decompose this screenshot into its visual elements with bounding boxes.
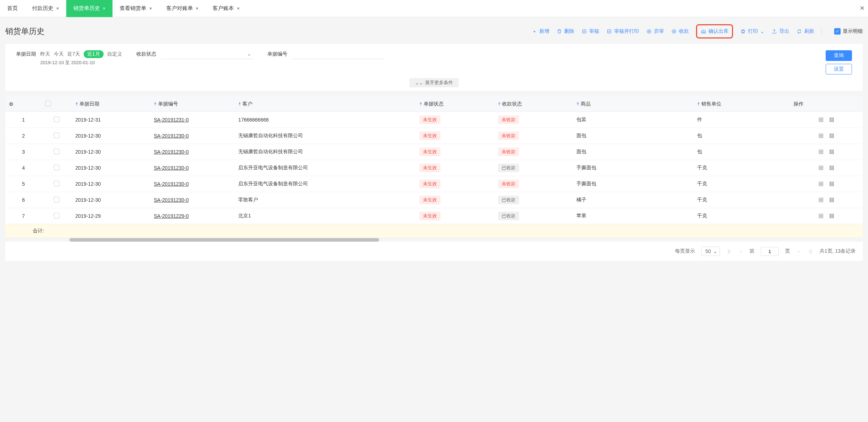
close-icon[interactable]: × bbox=[56, 6, 59, 11]
audit-button[interactable]: 审核 bbox=[581, 28, 599, 35]
tab-home[interactable]: 首页 bbox=[0, 0, 25, 17]
view-icon[interactable] bbox=[818, 181, 824, 187]
col-paystatus-header[interactable]: ▲▼收款状态 bbox=[495, 96, 573, 112]
more-icon[interactable] bbox=[828, 165, 835, 171]
view-icon[interactable] bbox=[818, 149, 824, 155]
table-row: 72019-12-29SA-20191229-0北京1未生效已收款苹果千克 bbox=[5, 208, 863, 224]
chevron-down-icon: ⌄ bbox=[713, 248, 717, 254]
date-range-text: 2019-12-10 至 2020-01-10 bbox=[40, 60, 122, 66]
receipt-button[interactable]: 收款 bbox=[671, 28, 689, 35]
first-page-button[interactable]: |‹ bbox=[726, 248, 732, 254]
row-index: 3 bbox=[5, 144, 42, 160]
tab-payment-history[interactable]: 付款历史× bbox=[25, 0, 66, 17]
scrollbar-thumb[interactable] bbox=[69, 238, 379, 242]
doc-no-input[interactable] bbox=[292, 50, 384, 59]
doc-no-link[interactable]: SA-20191230-0 bbox=[154, 133, 189, 139]
view-icon[interactable] bbox=[818, 117, 824, 123]
doc-no-link[interactable]: SA-20191230-0 bbox=[154, 197, 189, 203]
more-icon[interactable] bbox=[828, 213, 835, 219]
doc-no-link[interactable]: SA-20191229-0 bbox=[154, 213, 189, 219]
confirm-outbound-button[interactable]: 确认出库 bbox=[696, 24, 733, 38]
cell-unit: 千克 bbox=[694, 208, 790, 224]
col-unit-header[interactable]: ▲▼销售单位 bbox=[694, 96, 790, 112]
svg-point-30 bbox=[820, 183, 822, 185]
more-icon[interactable] bbox=[828, 117, 835, 123]
doc-no-link[interactable]: SA-20191231-0 bbox=[154, 117, 189, 123]
sort-icon: ▲▼ bbox=[419, 102, 422, 106]
select-all-checkbox[interactable] bbox=[45, 101, 51, 106]
cell-customer: 北京1 bbox=[235, 208, 416, 224]
view-icon[interactable] bbox=[818, 213, 824, 219]
gear-icon[interactable]: ⚙ bbox=[9, 101, 14, 107]
view-icon[interactable] bbox=[818, 197, 824, 203]
more-icon[interactable] bbox=[828, 181, 835, 187]
more-icon[interactable] bbox=[828, 133, 835, 139]
last-page-button[interactable]: ›| bbox=[807, 248, 813, 254]
col-docno-header[interactable]: ▲▼单据编号 bbox=[150, 96, 235, 112]
more-icon[interactable] bbox=[828, 197, 835, 203]
table-row: 52019-12-30SA-20191230-0启东升亚电气设备制造有限公司未生… bbox=[5, 176, 863, 192]
more-icon[interactable] bbox=[828, 149, 835, 155]
view-icon[interactable] bbox=[818, 133, 824, 139]
date-pill-yesterday[interactable]: 昨天 bbox=[40, 51, 50, 57]
row-checkbox[interactable] bbox=[54, 117, 59, 122]
date-pill-1month[interactable]: 近1月 bbox=[84, 50, 104, 58]
tab-customer-statement[interactable]: 客户对账单× bbox=[159, 0, 206, 17]
print-button[interactable]: 打印⌄ bbox=[740, 28, 764, 35]
svg-rect-20 bbox=[832, 150, 834, 151]
add-button[interactable]: +新增 bbox=[532, 28, 549, 35]
col-customer-header[interactable]: ▲▼客户 bbox=[235, 96, 416, 112]
chevron-down-icon: ⌄ bbox=[760, 29, 764, 34]
view-icon[interactable] bbox=[818, 165, 824, 171]
date-pill-7days[interactable]: 近7天 bbox=[67, 51, 80, 57]
audit-print-button[interactable]: 审核并打印 bbox=[606, 28, 639, 35]
next-page-button[interactable]: › bbox=[796, 248, 801, 254]
svg-rect-23 bbox=[819, 166, 823, 170]
printer-icon bbox=[740, 29, 746, 34]
row-checkbox[interactable] bbox=[54, 165, 59, 170]
col-product-header[interactable]: ▲▼商品 bbox=[573, 96, 694, 112]
pay-status-select[interactable] bbox=[161, 50, 253, 59]
checkbox-checked-icon: ✓ bbox=[834, 28, 841, 35]
close-icon[interactable]: × bbox=[149, 6, 152, 11]
horizontal-scrollbar[interactable] bbox=[5, 238, 863, 242]
row-checkbox[interactable] bbox=[54, 197, 59, 202]
close-icon[interactable]: × bbox=[237, 6, 240, 11]
tab-view-sales[interactable]: 查看销货单× bbox=[113, 0, 159, 17]
col-status-header[interactable]: ▲▼单据状态 bbox=[416, 96, 494, 112]
prev-page-button[interactable]: ‹ bbox=[738, 248, 743, 254]
col-date-header[interactable]: ▲▼单据日期 bbox=[72, 96, 150, 112]
close-icon[interactable]: × bbox=[196, 6, 199, 11]
svg-rect-45 bbox=[830, 216, 831, 218]
filter-doc-no: 单据编号 bbox=[267, 50, 384, 59]
date-pill-custom[interactable]: 自定义 bbox=[107, 51, 122, 57]
row-checkbox[interactable] bbox=[54, 149, 59, 154]
tab-sales-history[interactable]: 销货单历史× bbox=[66, 0, 113, 17]
export-button[interactable]: 导出 bbox=[772, 28, 789, 35]
delete-button[interactable]: 删除 bbox=[556, 28, 574, 35]
chevron-down-icon[interactable]: ⌄ bbox=[247, 51, 251, 57]
tab-customer-ledger[interactable]: 客户账本× bbox=[205, 0, 247, 17]
unaudit-button[interactable]: 弃审 bbox=[646, 28, 664, 35]
row-checkbox[interactable] bbox=[54, 213, 59, 218]
svg-rect-10 bbox=[832, 120, 834, 122]
date-pill-today[interactable]: 今天 bbox=[54, 51, 64, 57]
doc-no-link[interactable]: SA-20191230-0 bbox=[154, 149, 189, 155]
row-checkbox[interactable] bbox=[54, 181, 59, 186]
row-index: 1 bbox=[5, 112, 42, 128]
doc-no-link[interactable]: SA-20191230-0 bbox=[154, 181, 189, 187]
close-all-icon[interactable]: × bbox=[860, 4, 864, 13]
row-checkbox[interactable] bbox=[54, 133, 59, 138]
per-page-select[interactable]: 50⌄ bbox=[701, 247, 720, 256]
expand-filters-button[interactable]: ⌄⌄展开更多条件 bbox=[409, 78, 459, 87]
setup-button[interactable]: 设置 bbox=[826, 64, 852, 74]
cell-unit: 件 bbox=[694, 112, 790, 128]
doc-no-link[interactable]: SA-20191230-0 bbox=[154, 165, 189, 171]
close-icon[interactable]: × bbox=[103, 6, 106, 11]
cell-customer: 无锡康哲自动化科技有限公司 bbox=[235, 144, 416, 160]
refresh-button[interactable]: 刷新 bbox=[796, 28, 814, 35]
query-button[interactable]: 查询 bbox=[826, 50, 852, 61]
tabs-bar: 首页 付款历史× 销货单历史× 查看销货单× 客户对账单× 客户账本× × bbox=[0, 0, 868, 17]
page-input[interactable] bbox=[761, 247, 779, 256]
show-detail-toggle[interactable]: ✓显示明细 bbox=[834, 28, 863, 35]
